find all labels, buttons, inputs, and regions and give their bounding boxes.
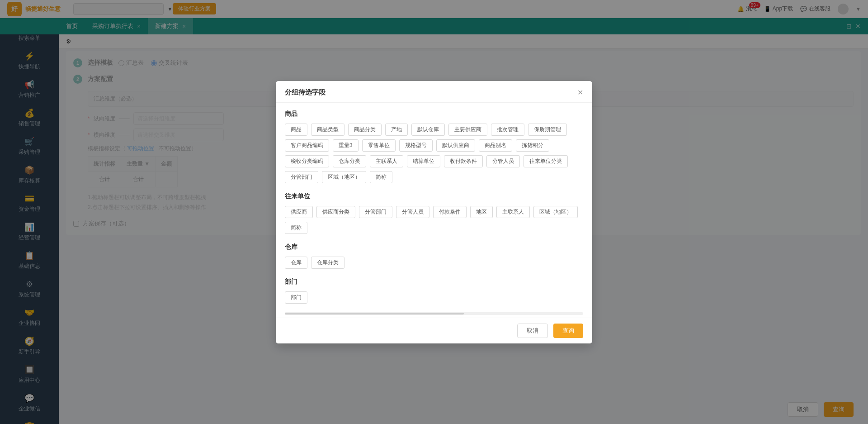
section-counterpart: 往来单位供应商供应商分类分管部门分管人员付款条件地区主联系人区域（地区）简称 [285,192,583,234]
field-tag-counterpart-5[interactable]: 地区 [470,206,493,218]
modal-cancel-button[interactable]: 取消 [517,324,548,338]
fields-grid-department: 部门 [285,291,583,304]
field-tag-goods-16[interactable]: 仓库分类 [333,155,366,167]
field-tag-goods-22[interactable]: 分管部门 [285,171,318,183]
field-tag-goods-19[interactable]: 收付款条件 [444,155,483,167]
modal-field-select: 分组待选字段 ✕ 商品商品商品类型商品分类产地默认仓库主要供应商批次管理保质期管… [276,81,592,343]
field-tag-goods-13[interactable]: 商品别名 [479,139,512,152]
modal-title: 分组待选字段 [285,88,326,97]
field-tag-goods-21[interactable]: 往来单位分类 [524,155,568,167]
fields-grid-warehouse: 仓库仓库分类 [285,257,583,269]
section-department: 部门部门 [285,278,583,304]
section-warehouse: 仓库仓库仓库分类 [285,243,583,269]
field-tag-counterpart-1[interactable]: 供应商分类 [316,206,355,218]
field-tag-counterpart-7[interactable]: 区域（地区） [533,206,578,218]
field-tag-goods-15[interactable]: 税收分类编码 [285,155,329,167]
modal-header: 分组待选字段 ✕ [276,81,592,103]
scroll-thumb-x [285,313,464,314]
horizontal-scrollbar[interactable] [285,312,583,315]
fields-grid-counterpart: 供应商供应商分类分管部门分管人员付款条件地区主联系人区域（地区）简称 [285,206,583,234]
field-tag-goods-10[interactable]: 零售单位 [362,139,396,152]
field-tag-goods-14[interactable]: 拣货积分 [516,139,549,152]
modal-footer: 取消 查询 [276,318,592,343]
field-tag-goods-5[interactable]: 主要供应商 [448,124,487,136]
field-tag-goods-9[interactable]: 重量3 [333,139,359,152]
field-tag-goods-1[interactable]: 商品类型 [311,124,344,136]
field-tag-warehouse-0[interactable]: 仓库 [285,257,307,269]
section-title-warehouse: 仓库 [285,243,583,251]
section-title-department: 部门 [285,278,583,286]
field-tag-goods-17[interactable]: 主联系人 [370,155,403,167]
field-tag-counterpart-8[interactable]: 简称 [285,222,307,234]
field-tag-goods-4[interactable]: 默认仓库 [411,124,445,136]
field-tag-counterpart-6[interactable]: 主联系人 [496,206,530,218]
section-title-counterpart: 往来单位 [285,192,583,200]
modal-close-button[interactable]: ✕ [577,88,583,97]
field-tag-goods-18[interactable]: 结算单位 [407,155,440,167]
field-tag-goods-8[interactable]: 客户商品编码 [285,139,329,152]
section-title-goods: 商品 [285,110,583,118]
field-tag-counterpart-4[interactable]: 付款条件 [433,206,467,218]
field-tag-goods-23[interactable]: 区域（地区） [322,171,366,183]
field-tag-goods-0[interactable]: 商品 [285,124,307,136]
field-tag-goods-12[interactable]: 默认供应商 [436,139,475,152]
modal-confirm-button[interactable]: 查询 [553,324,583,338]
section-goods: 商品商品商品类型商品分类产地默认仓库主要供应商批次管理保质期管理客户商品编码重量… [285,110,583,183]
field-tag-warehouse-1[interactable]: 仓库分类 [311,257,344,269]
field-tag-goods-20[interactable]: 分管人员 [486,155,520,167]
field-tag-counterpart-3[interactable]: 分管人员 [396,206,429,218]
field-tag-goods-2[interactable]: 商品分类 [348,124,382,136]
field-tag-goods-3[interactable]: 产地 [385,124,408,136]
field-tag-department-0[interactable]: 部门 [285,291,307,304]
field-tag-counterpart-2[interactable]: 分管部门 [359,206,392,218]
field-tag-counterpart-0[interactable]: 供应商 [285,206,313,218]
fields-grid-goods: 商品商品类型商品分类产地默认仓库主要供应商批次管理保质期管理客户商品编码重量3零… [285,124,583,183]
field-tag-goods-24[interactable]: 简称 [370,171,392,183]
field-tag-goods-6[interactable]: 批次管理 [491,124,524,136]
field-tag-goods-11[interactable]: 规格型号 [399,139,433,152]
field-tag-goods-7[interactable]: 保质期管理 [528,124,567,136]
modal-body: 商品商品商品类型商品分类产地默认仓库主要供应商批次管理保质期管理客户商品编码重量… [276,103,592,312]
